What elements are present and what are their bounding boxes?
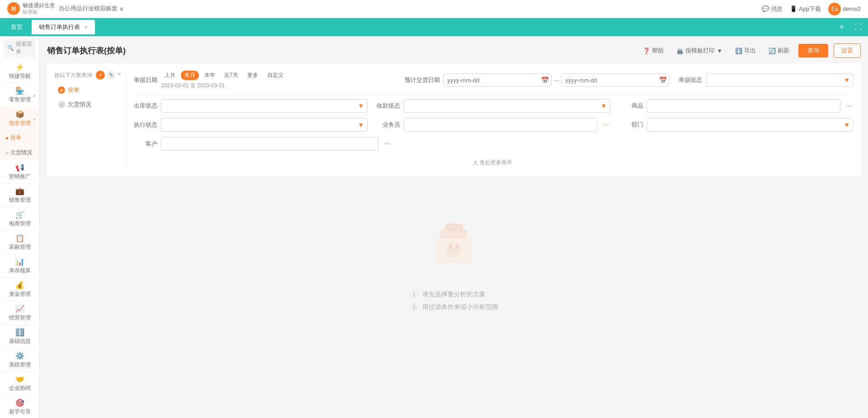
tab-bar: 首页 销售订单执行表 × × ⛶ bbox=[0, 18, 868, 36]
operation-icon: 📈 bbox=[15, 304, 24, 313]
sidebar-item-purchase[interactable]: 📋 采购管理 bbox=[0, 231, 39, 254]
date-btn-custom[interactable]: 自定义 bbox=[264, 71, 287, 80]
sidebar-item-inventory[interactable]: 📊 库存核算 bbox=[0, 254, 39, 278]
calendar-end-icon[interactable]: 📅 bbox=[659, 76, 667, 84]
filter-option-按单[interactable]: ● 按单 bbox=[54, 83, 121, 97]
breadcrumb[interactable]: 办公用品行业模拟账套 ∨ bbox=[59, 5, 124, 13]
wholesale-label: 批发管理 bbox=[9, 120, 31, 126]
sidebar-sub-欠货[interactable]: ○ 欠货情况 bbox=[0, 145, 39, 160]
filter-field-date: 单据日期 上月 本月 本年 近7天 更多 自定义 bbox=[132, 71, 397, 90]
date-range-display: 2023-03-01 至 2023-03-31 bbox=[161, 82, 397, 90]
sidebar-item-retail[interactable]: 🏪 零售管理 ▲ bbox=[0, 83, 39, 107]
page-content: 销售订单执行表(按单) ❓ 帮助 🖨️ 按模板打印 ▼ ⬇️ 导出 bbox=[40, 36, 868, 355]
collapse-label: 收起更多条件 bbox=[480, 159, 512, 166]
logo-text-block: 畅捷通好生意 标准版 bbox=[23, 2, 55, 15]
date-btn-this-year[interactable]: 本年 bbox=[201, 71, 219, 80]
wholesale-sub-menu: ● 按单 ○ 欠货情况 bbox=[0, 130, 39, 160]
filter-edit-btn[interactable]: ✎ bbox=[107, 71, 116, 80]
payment-input[interactable] bbox=[404, 99, 610, 113]
goods-more-icon[interactable]: ··· bbox=[844, 102, 854, 110]
retail-icon: 🏪 bbox=[15, 86, 24, 95]
delivery-dropdown-icon[interactable]: ▼ bbox=[358, 102, 364, 109]
exec-input-wrap: ▼ bbox=[161, 118, 368, 132]
calendar-start-icon[interactable]: 📅 bbox=[541, 76, 549, 84]
filter-field-payment: 收款状态 ▼ bbox=[375, 99, 610, 113]
sidebar-item-operation[interactable]: 📈 经营管理 bbox=[0, 301, 39, 325]
search-button[interactable]: 查询 bbox=[798, 44, 828, 57]
status-label: 单据状态 bbox=[677, 76, 702, 84]
active-tab-label: 销售订单执行表 bbox=[39, 23, 80, 31]
wholesale-expand-icon: ▲ bbox=[32, 116, 37, 121]
filter-option-欠货[interactable]: ○ 欠货情况 bbox=[54, 98, 121, 111]
tab-close-icon[interactable]: × bbox=[85, 24, 88, 30]
sidebar-item-guide[interactable]: 🎯 新手引导 bbox=[0, 395, 39, 418]
sidebar-item-quicknav[interactable]: ⚡ 快捷导航 bbox=[0, 60, 39, 83]
salesperson-input[interactable] bbox=[404, 118, 597, 132]
goods-input[interactable] bbox=[647, 99, 840, 113]
logo-area: 好 畅捷通好生意 标准版 bbox=[7, 2, 55, 15]
export-icon: ⬇️ bbox=[735, 48, 742, 54]
settings-button[interactable]: 设置 bbox=[834, 43, 861, 58]
sidebar-item-sales[interactable]: 💼 销售管理 bbox=[0, 184, 39, 207]
sidebar-sub-按单[interactable]: ● 按单 bbox=[0, 130, 39, 145]
quicknav-label: 快捷导航 bbox=[9, 73, 31, 79]
dept-input[interactable] bbox=[647, 118, 854, 132]
sidebar-item-finance[interactable]: 💰 资金管理 bbox=[0, 278, 39, 301]
exec-dropdown-icon[interactable]: ▼ bbox=[358, 121, 364, 128]
expected-date-start[interactable] bbox=[443, 73, 552, 87]
delivery-input[interactable] bbox=[161, 99, 368, 113]
help-btn[interactable]: ❓ 帮助 bbox=[639, 45, 667, 57]
sidebar-item-basic[interactable]: ℹ️ 基础信息 bbox=[0, 325, 39, 348]
enterprise-icon: 🤝 bbox=[15, 375, 24, 384]
help-icon: ❓ bbox=[643, 48, 650, 54]
exec-input[interactable] bbox=[161, 118, 368, 132]
sidebar-item-marketing[interactable]: 📢 营销推广 bbox=[0, 160, 39, 184]
sidebar-item-wholesale[interactable]: 📦 批发管理 ▲ bbox=[0, 107, 39, 130]
filter-field-customer: 客户 ··· bbox=[132, 137, 392, 151]
print-btn[interactable]: 🖨️ 按模板打印 ▼ bbox=[673, 45, 726, 57]
main-layout: 🔍 搜索菜单 ⚡ 快捷导航 🏪 零售管理 ▲ 📦 批发管理 ▲ ● 按单 bbox=[0, 36, 868, 418]
salesperson-more-icon[interactable]: ··· bbox=[601, 121, 610, 129]
filter-field-salesperson: 业务员 ··· bbox=[375, 118, 610, 132]
dept-dropdown-icon[interactable]: ▼ bbox=[844, 121, 850, 128]
export-btn[interactable]: ⬇️ 导出 bbox=[731, 45, 760, 57]
status-dropdown-icon[interactable]: ▼ bbox=[844, 76, 850, 84]
filter-add-btn[interactable]: + bbox=[96, 71, 105, 80]
customer-more-icon[interactable]: ··· bbox=[382, 140, 392, 148]
payment-dropdown-icon[interactable]: ▼ bbox=[601, 102, 607, 109]
collapse-btn[interactable]: ⋀ 收起更多条件 bbox=[132, 156, 854, 169]
wholesale-icon: 📦 bbox=[15, 110, 24, 119]
tab-home[interactable]: 首页 bbox=[4, 20, 30, 34]
filter-collapse-btn[interactable]: « bbox=[118, 71, 121, 80]
status-input[interactable] bbox=[706, 73, 854, 87]
message-btn[interactable]: 💬 消息 bbox=[762, 5, 783, 13]
guide-label: 新手引导 bbox=[9, 408, 31, 415]
delivery-label: 出库状态 bbox=[132, 102, 157, 110]
sidebar-item-ecommerce[interactable]: 🛒 电商管理 bbox=[0, 207, 39, 231]
sidebar-item-system[interactable]: ⚙️ 系统管理 bbox=[0, 348, 39, 372]
date-btn-this-month[interactable]: 本月 bbox=[181, 71, 199, 80]
window-expand-btn[interactable]: ⛶ bbox=[852, 21, 864, 33]
empty-state: 1 请先选择要分析的方案 2 用过滤条件来缩小分析范围 bbox=[47, 182, 861, 348]
sidebar-item-enterprise[interactable]: 🤝 企业协同 bbox=[0, 372, 39, 395]
customer-input[interactable] bbox=[161, 137, 378, 151]
window-close-btn[interactable]: × bbox=[835, 21, 848, 33]
refresh-btn[interactable]: 🔄 刷新 bbox=[765, 45, 793, 57]
filter-field-exec: 执行状态 ▼ bbox=[132, 118, 368, 132]
date-quick-buttons: 上月 本月 本年 近7天 更多 自定义 bbox=[161, 71, 397, 80]
filter-field-dept: 部门 ▼ bbox=[618, 118, 854, 132]
filter-row-4: 客户 ··· bbox=[132, 137, 854, 151]
sidebar-search-area: 🔍 搜索菜单 bbox=[0, 36, 39, 60]
tab-active[interactable]: 销售订单执行表 × bbox=[32, 20, 95, 34]
expected-date-end[interactable] bbox=[561, 73, 670, 87]
user-area[interactable]: Ea demo2 bbox=[828, 3, 861, 15]
app-download-btn[interactable]: 📱 App下载 bbox=[790, 5, 821, 13]
goods-label: 商品 bbox=[618, 102, 643, 110]
delivery-input-wrap: ▼ bbox=[161, 99, 368, 113]
inventory-label: 库存核算 bbox=[9, 267, 31, 274]
date-btn-more[interactable]: 更多 bbox=[244, 71, 262, 80]
date-btn-last-month[interactable]: 上月 bbox=[161, 71, 179, 80]
content-area: 销售订单执行表(按单) ❓ 帮助 🖨️ 按模板打印 ▼ ⬇️ 导出 bbox=[40, 36, 868, 418]
date-btn-7days[interactable]: 近7天 bbox=[221, 71, 242, 80]
sidebar-search-box[interactable]: 🔍 搜索菜单 bbox=[4, 38, 36, 57]
